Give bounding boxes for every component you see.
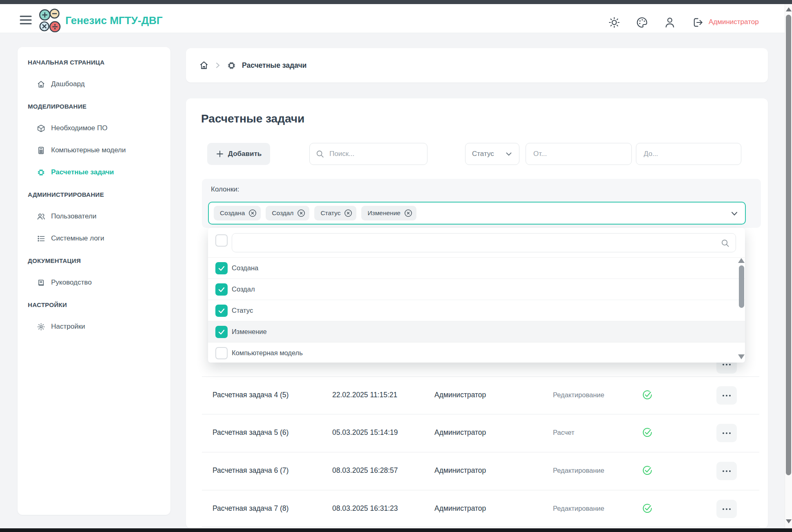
sidebar-item-system-logs[interactable]: Системные логи — [18, 227, 170, 249]
status-check-icon — [642, 390, 653, 400]
app-logo-icon — [38, 9, 61, 32]
sidebar-item-label: Пользователи — [51, 212, 96, 220]
row-actions-button[interactable] — [716, 500, 737, 518]
page-scrollbar[interactable] — [785, 4, 792, 528]
column-chip[interactable]: Статус — [314, 206, 356, 220]
task-name[interactable]: Расчетная задача 4 (5) — [213, 391, 289, 399]
status-filter-label: Статус — [472, 150, 494, 158]
row-divider — [202, 490, 759, 490]
dropdown-scroll-up-icon[interactable] — [738, 258, 745, 263]
menu-hamburger-icon[interactable] — [20, 15, 32, 25]
dropdown-scroll-down-icon[interactable] — [738, 354, 745, 359]
task-author: Администратор — [434, 504, 486, 513]
dropdown-option-label: Изменение — [232, 328, 267, 336]
row-divider — [202, 527, 759, 527]
date-to-input[interactable] — [643, 149, 734, 158]
sidebar-item-manual[interactable]: Руководство — [18, 272, 170, 294]
breadcrumb: Расчетные задачи — [186, 48, 768, 82]
home-icon[interactable] — [199, 60, 209, 70]
search-input[interactable] — [329, 149, 421, 158]
checked-checkbox-icon[interactable] — [215, 262, 228, 274]
dropdown-option[interactable]: Изменение — [208, 321, 745, 342]
remove-chip-icon[interactable] — [344, 209, 352, 217]
sidebar-item-required-software[interactable]: Необходимое ПО — [18, 117, 170, 139]
date-to-field[interactable] — [636, 143, 741, 165]
sidebar-item-dashboard[interactable]: Дашбоард — [18, 73, 170, 95]
scroll-down-arrow-icon[interactable] — [786, 519, 792, 523]
task-name[interactable]: Расчетная задача 5 (6) — [213, 428, 289, 437]
dropdown-option-label: Создал — [232, 285, 255, 293]
dropdown-option[interactable]: Создана — [208, 257, 745, 278]
search-field[interactable] — [309, 143, 427, 165]
task-name[interactable]: Расчетная задача 7 (8) — [213, 504, 289, 513]
status-filter-select[interactable]: Статус — [465, 143, 519, 165]
remove-chip-icon[interactable] — [248, 209, 257, 217]
logout-icon[interactable] — [691, 16, 704, 29]
sidebar-item-settings[interactable]: Настройки — [18, 316, 170, 338]
chevron-right-icon — [215, 62, 221, 69]
columns-multiselect[interactable]: Создана Создал Статус Изменение — [208, 202, 746, 225]
task-created: 08.03.2025 16:31:23 — [332, 504, 398, 513]
current-user-label[interactable]: Администратор — [709, 18, 759, 26]
palette-icon[interactable] — [636, 16, 648, 29]
column-chip[interactable]: Создал — [266, 206, 309, 220]
checked-checkbox-icon[interactable] — [215, 326, 228, 338]
sidebar-section-modeling: МОДЕЛИРОВАНИЕ — [18, 95, 170, 117]
sidebar: НАЧАЛЬНАЯ СТРАНИЦА Дашбоард МОДЕЛИРОВАНИ… — [18, 47, 170, 515]
app-title: Генезис МГТУ-ДВГ — [65, 14, 163, 27]
row-actions-button[interactable] — [716, 386, 737, 405]
dropdown-search-field[interactable] — [232, 233, 736, 252]
unchecked-checkbox-icon[interactable] — [215, 347, 228, 359]
sidebar-section-settings: НАСТРОЙКИ — [18, 294, 170, 316]
dropdown-scrollbar-thumb[interactable] — [739, 265, 744, 308]
scroll-up-arrow-icon[interactable] — [786, 7, 792, 11]
column-chip-label: Создана — [220, 209, 245, 217]
book-icon — [37, 278, 45, 287]
task-status: Расчет — [553, 429, 574, 436]
sidebar-item-label: Руководство — [51, 278, 92, 287]
date-from-field[interactable] — [526, 143, 632, 165]
checked-checkbox-icon[interactable] — [215, 305, 228, 317]
users-icon — [37, 212, 45, 221]
task-author: Администратор — [434, 428, 486, 437]
row-actions-button[interactable] — [716, 424, 737, 442]
sidebar-item-computer-models[interactable]: Компьютерные модели — [18, 139, 170, 161]
sidebar-item-users[interactable]: Пользователи — [18, 205, 170, 227]
page-title: Расчетные задачи — [201, 112, 304, 125]
add-button[interactable]: Добавить — [207, 143, 270, 165]
task-status: Редактирование — [553, 391, 604, 399]
date-from-input[interactable] — [532, 149, 625, 158]
checked-checkbox-icon[interactable] — [215, 283, 228, 296]
page-scrollbar-thumb[interactable] — [786, 15, 791, 475]
sidebar-item-label: Необходимое ПО — [51, 124, 107, 132]
task-status: Редактирование — [553, 467, 604, 474]
dropdown-option-label: Компьютерная модель — [232, 349, 303, 357]
column-chip-label: Изменение — [367, 209, 400, 217]
sidebar-item-calc-tasks[interactable]: Расчетные задачи — [18, 161, 170, 183]
task-name[interactable]: Расчетная задача 6 (7) — [213, 466, 289, 475]
dropdown-option[interactable]: Статус — [208, 300, 745, 321]
sidebar-item-label: Системные логи — [51, 234, 104, 243]
column-chip-label: Создал — [272, 209, 293, 217]
column-chip[interactable]: Изменение — [361, 206, 416, 220]
profile-icon[interactable] — [664, 16, 676, 29]
breadcrumb-current-page[interactable]: Расчетные задачи — [242, 61, 307, 70]
window-bottom-strip — [0, 528, 792, 532]
select-all-checkbox[interactable] — [215, 234, 228, 247]
chevron-down-icon[interactable] — [730, 209, 738, 218]
window-top-strip — [0, 0, 792, 4]
chevron-down-icon — [505, 150, 512, 158]
remove-chip-icon[interactable] — [297, 209, 305, 217]
task-author: Администратор — [434, 391, 486, 399]
dropdown-option[interactable]: Создал — [208, 278, 745, 300]
row-divider — [202, 376, 759, 377]
plus-icon — [216, 150, 224, 158]
dropdown-option[interactable]: Компьютерная модель — [208, 342, 745, 363]
row-actions-button[interactable] — [716, 462, 737, 480]
theme-icon[interactable] — [608, 16, 620, 29]
chip-icon — [227, 61, 236, 70]
search-icon — [720, 238, 730, 248]
dropdown-search-input[interactable] — [239, 239, 717, 247]
remove-chip-icon[interactable] — [404, 209, 412, 217]
column-chip[interactable]: Создана — [214, 206, 261, 220]
